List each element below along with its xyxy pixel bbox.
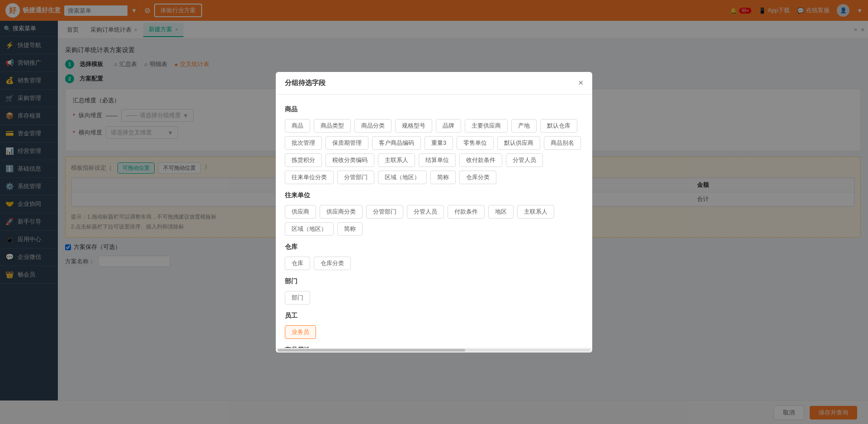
field-shangpin-fenlei[interactable]: 商品分类 — [354, 119, 392, 133]
section-yuangong: 员工 业务员 — [285, 312, 583, 339]
wanglai-fields: 供应商 供应商分类 分管部门 分管人员 付款条件 地区 主联系人 区域（地区） … — [285, 205, 583, 236]
field-shangpin[interactable]: 商品 — [285, 119, 310, 133]
shangpin-fields: 商品 商品类型 商品分类 规格型号 品牌 主要供应商 产地 默认仓库 批次管理 … — [285, 119, 583, 184]
field-quyu-diqu[interactable]: 区域（地区） — [378, 171, 427, 184]
field-jiancheng[interactable]: 简称 — [430, 171, 456, 184]
field-guige-xinghao[interactable]: 规格型号 — [395, 119, 432, 133]
field-zhu-lianxi[interactable]: 主联系人 — [378, 153, 415, 167]
field-zhuyao-gongyingshang[interactable]: 主要供应商 — [465, 119, 508, 133]
scrollbar-track — [278, 349, 590, 352]
section-wanglai-title: 往来单位 — [285, 191, 583, 200]
modal-title: 分组待选字段 — [285, 79, 326, 87]
field-chandi[interactable]: 产地 — [511, 119, 537, 133]
modal-overlay: 分组待选字段 × 商品 商品 商品类型 商品分类 规格型号 品牌 主要供应商 产… — [0, 0, 868, 424]
modal-header: 分组待选字段 × — [276, 72, 592, 95]
field-wanglai-zhu-lianxi[interactable]: 主联系人 — [517, 205, 554, 219]
field-wanglai-danwei-fenlei[interactable]: 往来单位分类 — [285, 171, 334, 184]
bumen-fields: 部门 — [285, 291, 583, 305]
field-cangku-fenlei[interactable]: 仓库分类 — [459, 171, 496, 184]
field-shuishou-bianhao[interactable]: 税收分类编码 — [326, 153, 374, 167]
field-lingshou-danwei[interactable]: 零售单位 — [457, 136, 494, 150]
field-pinpai[interactable]: 品牌 — [436, 119, 461, 133]
field-fukuan-tiaojian[interactable]: 付款条件 — [448, 205, 485, 219]
field-wanglai-fenguan-renyuan[interactable]: 分管人员 — [407, 205, 444, 219]
field-pici-guanli[interactable]: 批次管理 — [285, 136, 322, 150]
field-wanglai-quyu[interactable]: 区域（地区） — [285, 222, 334, 236]
modal: 分组待选字段 × 商品 商品 商品类型 商品分类 规格型号 品牌 主要供应商 产… — [276, 72, 592, 353]
field-moren-cangku[interactable]: 默认仓库 — [540, 119, 577, 133]
field-gongyingshang[interactable]: 供应商 — [285, 205, 316, 219]
field-cangku[interactable]: 仓库 — [285, 257, 310, 270]
field-jiesuan-danwei[interactable]: 结算单位 — [419, 153, 456, 167]
field-shangpin-biecheng[interactable]: 商品别名 — [544, 136, 581, 150]
section-cangku: 仓库 仓库 仓库分类 — [285, 243, 583, 270]
modal-scrollbar[interactable] — [276, 348, 592, 353]
field-zhongliang3[interactable]: 重量3 — [425, 136, 453, 150]
field-shangpin-leixing[interactable]: 商品类型 — [314, 119, 351, 133]
modal-close-btn[interactable]: × — [578, 78, 583, 88]
field-yewuyuan[interactable]: 业务员 — [285, 325, 316, 339]
field-wanglai-fenguan-bumen[interactable]: 分管部门 — [366, 205, 403, 219]
section-wanglai: 往来单位 供应商 供应商分类 分管部门 分管人员 付款条件 地区 主联系人 区域… — [285, 191, 583, 236]
field-bumen[interactable]: 部门 — [285, 291, 310, 305]
field-kehu-bianhao[interactable]: 客户商品编码 — [372, 136, 421, 150]
field-gongyingshang-fenlei[interactable]: 供应商分类 — [320, 205, 363, 219]
cangku-fields: 仓库 仓库分类 — [285, 257, 583, 270]
field-wanglai-jiancheng[interactable]: 简称 — [337, 222, 363, 236]
section-shangpin-title: 商品 — [285, 105, 583, 114]
yuangong-fields: 业务员 — [285, 325, 583, 339]
field-fenguan-bumen[interactable]: 分管部门 — [337, 171, 374, 184]
section-cangku-title: 仓库 — [285, 243, 583, 251]
field-cangku-fenlei2[interactable]: 仓库分类 — [314, 257, 351, 270]
field-moren-gongyingshang[interactable]: 默认供应商 — [497, 136, 540, 150]
section-yuangong-title: 员工 — [285, 312, 583, 320]
section-bumen: 部门 部门 — [285, 277, 583, 305]
field-diqu[interactable]: 地区 — [488, 205, 514, 219]
field-fenguan-renyuan[interactable]: 分管人员 — [506, 153, 543, 167]
field-baozhi-guanli[interactable]: 保质期管理 — [326, 136, 368, 150]
field-jianhuo-jifen[interactable]: 拣货积分 — [285, 153, 322, 167]
section-shangpin: 商品 商品 商品类型 商品分类 规格型号 品牌 主要供应商 产地 默认仓库 批次… — [285, 105, 583, 184]
field-shoufukuan-tiaojian[interactable]: 收付款条件 — [459, 153, 502, 167]
modal-body: 商品 商品 商品类型 商品分类 规格型号 品牌 主要供应商 产地 默认仓库 批次… — [276, 95, 592, 348]
scrollbar-thumb — [278, 349, 465, 352]
section-bumen-title: 部门 — [285, 277, 583, 286]
